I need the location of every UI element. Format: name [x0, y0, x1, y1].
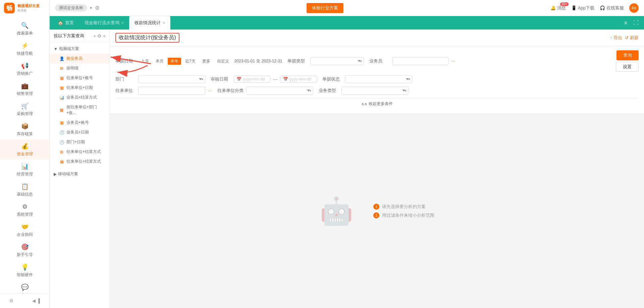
filter-settings-button[interactable]: 设置 [616, 62, 639, 72]
sidebar-item-经营管理[interactable]: 📊经营管理 [0, 160, 49, 180]
filter-area: 单据日期 上月 本月 本年 近7天 更多 自定义 2023-01-01 至 [110, 46, 644, 114]
filter-dept-item: 部门 ▾ [115, 75, 205, 83]
salesperson-input[interactable] [392, 57, 448, 65]
scheme-item-partner-account[interactable]: ▦ 往来单位+账号 [50, 73, 110, 83]
date-label: 单据日期 [115, 58, 136, 64]
mobile-scheme-group-toggle[interactable]: ▶ 移动端方案 [50, 169, 110, 179]
empty-step-1: 1 请先选择要分析的方案 [373, 204, 434, 210]
partner-input[interactable] [138, 87, 205, 95]
salesperson-more-icon[interactable]: ··· [451, 58, 455, 64]
review-from-placeholder: yyyy-mm-dd [243, 77, 265, 82]
sidebar-item-企业协同[interactable]: 🤝企业协同 [0, 220, 49, 240]
left-scheme-panel: 按以下方案查询 + ⚙ « ▼ 电脑端方案 👤 按业务员 ⊞ 按 [50, 30, 110, 308]
trial-button[interactable]: 体验行业方案 [307, 3, 343, 13]
scheme-item-partner-dept[interactable]: ▦ 按往来单位+部门+收... [50, 102, 110, 118]
add-scheme-icon[interactable]: + [93, 33, 96, 39]
filter-row-1: 单据日期 上月 本月 本年 近7天 更多 自定义 2023-01-01 至 [115, 50, 639, 72]
collapse-filters-bar[interactable]: ∧∧ 收起更多条件 [115, 98, 639, 109]
dept-select[interactable] [138, 75, 205, 83]
tab-cash-flow[interactable]: 现金银行流水查询 × [79, 16, 129, 30]
biztype-select[interactable] [341, 87, 409, 95]
review-date-to[interactable]: 📅 yyyy-mm-dd [280, 75, 317, 83]
export-button[interactable]: ↑ 导出 [610, 35, 623, 41]
logo-icon: 畅 [4, 3, 15, 13]
user-avatar[interactable]: Rit [629, 3, 639, 13]
topbar-right: 🔔 消息 99+ 📱 App下载 🎧 在线客服 Rit [550, 3, 639, 13]
date-this-month-btn[interactable]: 本月 [153, 58, 166, 65]
page-actions: ↑ 导出 ↺ 刷新 [610, 35, 639, 41]
sidebar-icon-1: ⚡ [21, 42, 29, 50]
close-tab-cash-flow-icon[interactable]: × [121, 20, 124, 25]
sidebar-item-销售管理[interactable]: 💼销售管理 [0, 79, 49, 99]
chevron-right-icon: ▶ [54, 172, 57, 176]
enterprise-dropdown-icon[interactable]: ▾ [90, 5, 92, 10]
sidebar-icon-7: 📊 [21, 162, 29, 170]
date-to: 2023-12-31 [262, 59, 282, 63]
scheme-settings-icon[interactable]: ⚙ [97, 33, 102, 39]
scheme-item-salesperson-account[interactable]: ▦ 业务员+账号 [50, 118, 110, 127]
scheme-item-by-detail[interactable]: ⊞ 按明细 [50, 63, 110, 73]
docstatus-select[interactable] [345, 75, 412, 83]
sidebar-icon-6: 💰 [21, 142, 29, 150]
sidebar-item-智能硬件[interactable]: 💡智能硬件 [0, 260, 49, 280]
scheme-item-partner-settlement2[interactable]: ▦ 往来单位+结算方式 [50, 157, 110, 166]
sidebar-item-新手引导[interactable]: 🎯新手引导 [0, 240, 49, 260]
sidebar-item-采购管理[interactable]: 🛒采购管理 [0, 99, 49, 119]
scheme-item-by-salesperson[interactable]: 👤 按业务员 [50, 54, 110, 63]
sidebar-item-资金管理[interactable]: 💰资金管理 [0, 140, 49, 160]
date-more-btn[interactable]: 更多 [200, 58, 213, 65]
partner-more-icon[interactable]: ··· [208, 88, 212, 93]
desktop-scheme-group-toggle[interactable]: ▼ 电脑端方案 [50, 44, 110, 54]
sidebar-item-营销推广[interactable]: 📢营销推广 [0, 59, 49, 79]
expand-tabs-icon[interactable]: ⛶ [631, 20, 641, 26]
date-this-year-btn[interactable]: 本年 [168, 58, 181, 65]
mobile-group-label: 移动端方案 [58, 171, 78, 177]
settings-bottom-icon[interactable]: ⚙ [8, 297, 15, 305]
close-all-tabs-icon[interactable]: ✕ [621, 20, 631, 26]
filter-salesperson-item: 业务员 ··· [369, 57, 455, 65]
logo-text: 畅捷通好生意 [17, 3, 40, 8]
messages-button[interactable]: 🔔 消息 99+ [550, 5, 566, 11]
collapse-panel-icon[interactable]: « [103, 33, 106, 39]
filter-doctype-item: 单据类型 ▾ [287, 57, 364, 65]
refresh-button[interactable]: ↺ 刷新 [625, 35, 639, 41]
scheme-item-partner-settlement1[interactable]: ⊞ 往来单位+结算方式 [50, 147, 110, 157]
partner-class-select[interactable] [246, 87, 313, 95]
sidebar-item-搜索菜单[interactable]: 🔍搜索菜单 [0, 19, 49, 39]
empty-icon: 🤖 [320, 195, 353, 227]
sidebar-icon-0: 🔍 [21, 21, 29, 30]
scheme-item-salesperson-settlement[interactable]: 📊 业务员+结算方式 [50, 93, 110, 102]
doctype-select[interactable] [310, 57, 364, 65]
sidebar-item-基础信息[interactable]: 📋基础信息 [0, 180, 49, 200]
sidebar-item-系统管理[interactable]: ⚙系统管理 [0, 200, 49, 220]
tab-home[interactable]: 🏠 首页 [52, 16, 79, 30]
home-icon: 🏠 [58, 20, 63, 25]
close-tab-collection-icon[interactable]: × [163, 20, 165, 25]
step-2-number: 2 [373, 212, 379, 218]
message-badge: 99+ [560, 2, 569, 6]
online-service-button[interactable]: 🎧 在线客服 [600, 5, 624, 11]
date-custom-btn[interactable]: 自定义 [214, 58, 232, 65]
scheme-item-salesperson-date[interactable]: 🕐 业务员+日期 [50, 127, 110, 137]
sidebar-icon-2: 📢 [21, 62, 29, 70]
tab-collection[interactable]: 收款情况统计 × [129, 16, 170, 30]
sidebar-item-库存核算[interactable]: 📦库存核算 [0, 119, 49, 140]
page-header: 收款情况统计(按业务员) ↑ 导出 ↺ 刷新 [110, 30, 644, 46]
review-date-from[interactable]: 📅 yyyy-mm-dd [233, 75, 270, 83]
sidebar-item-企业微信[interactable]: 💬企业微信 [0, 280, 49, 293]
scheme-item-partner-date[interactable]: ▦ 往来单位+日期 [50, 83, 110, 93]
app-download-button[interactable]: 📱 App下载 [571, 5, 594, 11]
date-7days-btn[interactable]: 近7天 [182, 58, 198, 65]
enterprise-name[interactable]: 测试企业名称 [55, 4, 87, 11]
bell-icon: 🔔 [550, 5, 556, 10]
sidebar-icon-8: 📋 [21, 183, 29, 191]
date-last-month-btn[interactable]: 上月 [138, 58, 152, 65]
grid-icon: ⊞ [59, 66, 64, 71]
topbar-gear-icon[interactable]: ⚙ [95, 5, 100, 11]
table5-icon: ▦ [59, 159, 64, 164]
query-button[interactable]: 查询 [616, 50, 639, 60]
collapse-sidebar-icon[interactable]: ◀ ▐ [31, 297, 41, 305]
sidebar-item-快捷导航[interactable]: ⚡快捷导航 [0, 39, 49, 59]
scheme-item-dept-date[interactable]: 🕐 部门+日期 [50, 137, 110, 147]
docstatus-select-wrapper: ▾ [345, 75, 412, 83]
